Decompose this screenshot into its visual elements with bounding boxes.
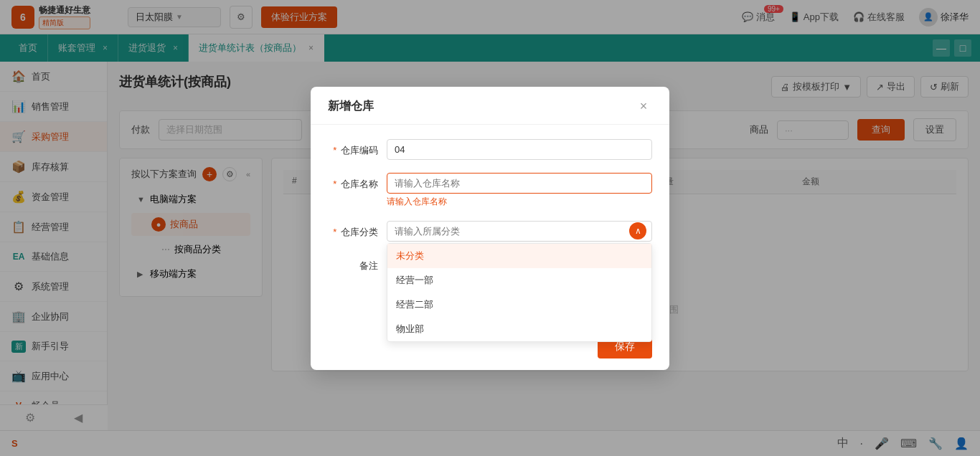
category-field: ∧ 未分类 经营一部 经营二部 物业部 [387,221,652,242]
dropdown-item-property[interactable]: 物业部 [387,317,651,341]
name-field-row: * 仓库名称 请输入仓库名称 [328,173,652,208]
dropdown-item-dept2[interactable]: 经营二部 [387,293,651,317]
remark-label: 备注 [328,255,378,272]
new-warehouse-dialog: 新增仓库 × * 仓库编码 * 仓库名称 [311,87,669,370]
dialog-body: * 仓库编码 * 仓库名称 请输入仓库名称 [311,125,669,327]
name-error-msg: 请输入仓库名称 [387,196,652,208]
code-label: * 仓库编码 [328,139,378,157]
dialog-title: 新增仓库 [328,99,374,114]
name-input[interactable] [387,173,652,194]
category-input[interactable] [387,221,652,242]
dropdown-item-dept1[interactable]: 经营一部 [387,268,651,293]
category-dropdown-list: 未分类 经营一部 经营二部 物业部 [387,243,652,342]
code-field [387,139,652,160]
code-field-row: * 仓库编码 [328,139,652,160]
dialog-header: 新增仓库 × [311,87,669,125]
dropdown-item-uncategorized[interactable]: 未分类 [387,244,651,268]
overlay: 新增仓库 × * 仓库编码 * 仓库名称 [0,0,980,456]
category-dropdown-arrow[interactable]: ∧ [629,222,646,239]
name-label: * 仓库名称 [328,173,378,191]
category-field-row: * 仓库分类 ∧ 未分类 经营一部 经营二部 物业部 [328,221,652,242]
dialog-close-button[interactable]: × [635,98,652,115]
category-label: * 仓库分类 [328,221,378,239]
name-field: 请输入仓库名称 [387,173,652,208]
code-input[interactable] [387,139,652,160]
